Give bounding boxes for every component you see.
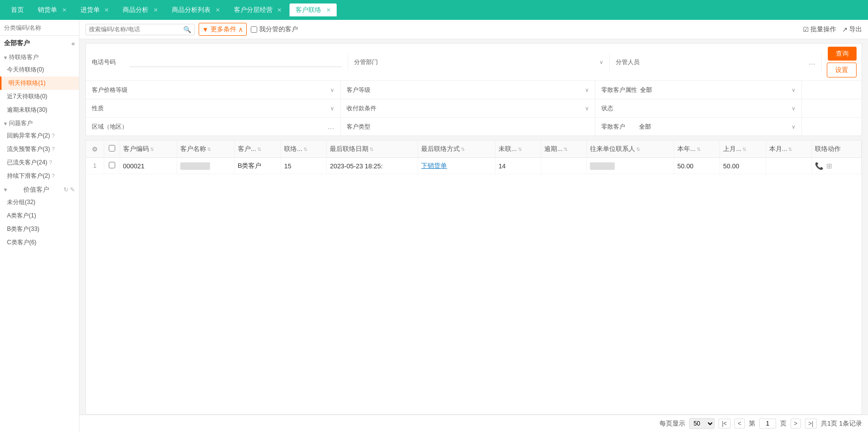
phone-input[interactable] (130, 58, 342, 67)
th-unit-contact[interactable]: 往来单位联系人 ⇅ (587, 141, 674, 158)
sidebar-item-overdue[interactable]: 逾期未联络(30) (0, 103, 79, 117)
retail-customer-select[interactable]: 全部 ∨ (639, 123, 796, 131)
payment-select[interactable]: ∨ (384, 105, 589, 112)
collapse-icon[interactable]: « (72, 40, 75, 47)
cell-last-contact-method[interactable]: 下销货单 (418, 158, 496, 174)
sidebar-item-declining[interactable]: 持续下滑客户(2) ? (0, 169, 79, 183)
my-customers-checkbox[interactable] (251, 26, 257, 33)
batch-op-btn[interactable]: ☑ 批量操作 (803, 25, 836, 34)
main-search-icon[interactable]: 🔍 (183, 26, 191, 33)
page-size-select[interactable]: 50 100 200 (689, 418, 715, 429)
sort-icon-nocontact: ⇅ (518, 146, 522, 152)
nav-product-analysis-list[interactable]: 商品分析列表 ✕ (166, 3, 226, 16)
sidebar-item-churned[interactable]: 已流失客户(24) ? (0, 156, 79, 169)
all-customers-header[interactable]: 全部客户 « (0, 36, 79, 51)
query-button[interactable]: 查询 (828, 47, 857, 61)
select-all-checkbox[interactable] (109, 145, 115, 151)
cell-checkbox[interactable] (104, 158, 120, 174)
filter-panel: 电话号码 分管部门 ∨ 分管人员 … 查询 设置 (85, 43, 862, 136)
th-contact-count[interactable]: 联络... ⇅ (281, 141, 327, 158)
sidebar-item-7days[interactable]: 近7天待联络(0) (0, 90, 79, 103)
nav-home[interactable]: 首页 (5, 3, 30, 16)
nav-purchase-order[interactable]: 进货单 ✕ (74, 3, 115, 16)
section-pending-contact[interactable]: 待联络客户 (0, 51, 79, 63)
close-customer-segments-icon[interactable]: ✕ (277, 7, 282, 13)
export-btn[interactable]: ↗ 导出 (842, 25, 862, 34)
th-customer-code[interactable]: 客户编码 ⇅ (120, 141, 177, 158)
th-no-contact-days[interactable]: 未联... ⇅ (495, 141, 541, 158)
th-customer-type[interactable]: 客户... ⇅ (234, 141, 281, 158)
customer-level-select[interactable]: ∨ (384, 87, 589, 93)
status-select[interactable]: ∨ (639, 105, 796, 112)
nature-select[interactable]: ∨ (130, 105, 334, 112)
sort-icon-type: ⇅ (257, 146, 261, 152)
last-page-btn[interactable]: >| (805, 419, 817, 429)
sidebar-item-tomorrow[interactable]: 明天待联络(1) (0, 76, 79, 90)
gear-icon[interactable]: ⚙ (92, 145, 98, 153)
section-problem-customers[interactable]: 问题客户 (0, 117, 79, 129)
nav-customer-segments[interactable]: 客户分层经营 ✕ (228, 3, 288, 16)
person-label: 分管人员 (616, 58, 651, 67)
unit-contact-blurred (590, 162, 615, 170)
more-filter-btn[interactable]: ▼ 更多条件 ∧ (199, 23, 247, 36)
th-last-month[interactable]: 上月... ⇅ (720, 141, 766, 158)
contact-method-link[interactable]: 下销货单 (421, 162, 447, 169)
sidebar-item-class-a[interactable]: A类客户(1) (0, 209, 79, 222)
row-checkbox[interactable] (109, 162, 115, 168)
price-level-select[interactable]: ∨ (131, 87, 334, 93)
th-customer-type-label: 客户... (238, 144, 256, 153)
filter-arrow-icon: ∧ (238, 26, 243, 33)
close-customer-contact-icon[interactable]: ✕ (326, 7, 331, 13)
dept-arrow-icon: ∨ (599, 59, 603, 66)
th-checkbox[interactable] (104, 141, 120, 158)
close-product-analysis-list-icon[interactable]: ✕ (216, 7, 220, 13)
my-customers-label[interactable]: 我分管的客户 (251, 25, 298, 34)
action-icons-container: 📞 ⊞ (815, 162, 858, 170)
nav-sales-order[interactable]: 销货单 ✕ (32, 3, 72, 16)
nature-arrow-icon: ∨ (330, 105, 334, 112)
close-sales-order-icon[interactable]: ✕ (62, 7, 67, 13)
sidebar-item-churn-warning[interactable]: 流失预警客户(3) ? (0, 143, 79, 156)
status-arrow-icon: ∨ (792, 105, 796, 112)
page-number-input[interactable] (759, 419, 776, 429)
sidebar-item-class-b[interactable]: B类客户(33) (0, 222, 79, 236)
call-action-icon[interactable]: 📞 (815, 162, 823, 170)
grid-action-icon[interactable]: ⊞ (826, 162, 832, 170)
toolbar: 🔍 ▼ 更多条件 ∧ 我分管的客户 ☑ 批量操作 ↗ 导出 (79, 20, 868, 39)
filter-actions: 查询 设置 (822, 44, 862, 80)
th-customer-name[interactable]: 客户名称 ⇅ (177, 141, 235, 158)
sort-icon-code: ⇅ (150, 146, 154, 152)
sort-icon-method: ⇅ (461, 146, 465, 152)
nav-product-analysis[interactable]: 商品分析 ✕ (117, 3, 164, 16)
first-page-btn[interactable]: |< (719, 419, 730, 429)
th-this-month[interactable]: 本月... ⇅ (766, 141, 811, 158)
sidebar-item-today[interactable]: 今天待联络(0) (0, 63, 79, 76)
cell-unit-contact (587, 158, 674, 174)
next-page-btn[interactable]: > (791, 419, 801, 429)
retail-customer-arrow-icon: ∨ (792, 124, 796, 130)
close-purchase-order-icon[interactable]: ✕ (104, 7, 109, 13)
search-box: 🔍 (85, 24, 195, 35)
reset-button[interactable]: 设置 (827, 63, 857, 77)
th-unit-contact-label: 往来单位联系人 (590, 144, 635, 153)
region-more-icon[interactable]: … (327, 123, 334, 131)
th-gear[interactable]: ⚙ (86, 141, 104, 158)
retail-attr-select[interactable]: 全部 ∨ (640, 86, 796, 94)
main-search-input[interactable] (89, 26, 181, 33)
sidebar-item-ungrouped[interactable]: 未分组(32) (0, 196, 79, 209)
sidebar-search-input[interactable] (4, 24, 78, 31)
retail-attr-arrow-icon: ∨ (792, 87, 796, 93)
dept-select[interactable]: ∨ (392, 59, 604, 66)
person-more-icon[interactable]: … (808, 58, 815, 66)
sidebar-item-class-c[interactable]: C类客户(6) (0, 236, 79, 249)
th-last-contact-method[interactable]: 最后联络方式 ⇅ (418, 141, 496, 158)
th-last-contact-date[interactable]: 最后联络日期 ⇅ (327, 141, 418, 158)
th-overdue[interactable]: 逾期... ⇅ (541, 141, 587, 158)
cell-contact-count: 15 (281, 158, 327, 174)
prev-page-btn[interactable]: < (734, 419, 745, 429)
th-this-year[interactable]: 本年... ⇅ (674, 141, 720, 158)
close-product-analysis-icon[interactable]: ✕ (153, 7, 158, 13)
section-value-customers[interactable]: 价值客户 ↻ ✎ (0, 183, 79, 196)
sidebar-item-repurchase-abnormal[interactable]: 回购异常客户(2) ? (0, 129, 79, 143)
nav-customer-contact[interactable]: 客户联络 ✕ (289, 3, 337, 16)
